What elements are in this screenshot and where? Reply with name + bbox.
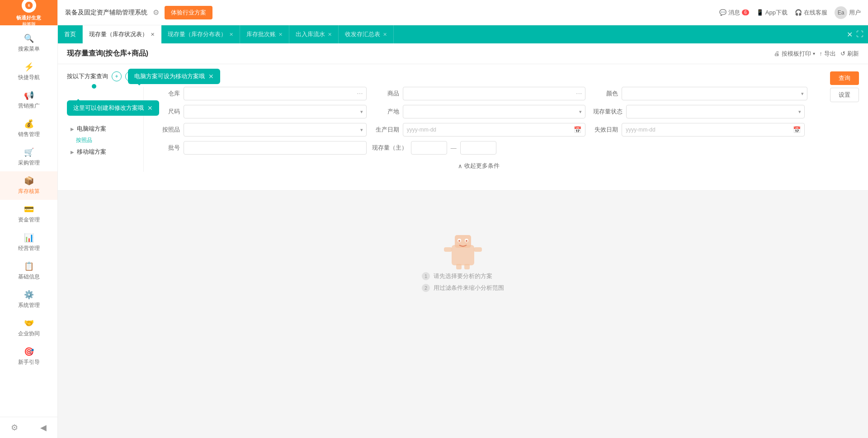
sidebar-label-guide: 新手引导 [18, 358, 40, 366]
goods-input[interactable] [403, 87, 586, 100]
header: 装备及固定资产辅助管理系统 ⚙ 体验行业方案 💬 消息 6 📱 App下载 🎧 … [58, 0, 868, 25]
expire-date-input[interactable]: yyyy-mm-dd 📅 [622, 123, 805, 137]
color-select[interactable] [622, 87, 807, 100]
size-select[interactable] [184, 105, 367, 118]
tooltip2-close[interactable]: ✕ [147, 104, 153, 112]
collapse-btn[interactable]: ∧ 收起更多条件 [153, 160, 805, 172]
scheme-item-pc[interactable]: ▶ 电脑端方案 [67, 123, 140, 135]
produce-date-input[interactable]: yyyy-mm-dd 📅 [403, 123, 586, 137]
sidebar-item-basic[interactable]: 📋 基础信息 [0, 257, 57, 285]
refresh-label: 刷新 [847, 50, 859, 58]
tab-inventory-dist-label: 现存量（库存分布表） [168, 30, 226, 38]
sidebar-label-inventory: 库存核算 [18, 188, 40, 195]
tab-batch-account[interactable]: 库存批次账 ✕ [240, 25, 289, 43]
sidebar-item-search-menu[interactable]: 🔍 搜索菜单 [0, 29, 57, 57]
sidebar-label-operation: 经营管理 [18, 245, 40, 252]
sidebar-bottom: ⚙ ◀ [0, 417, 57, 438]
support-btn[interactable]: 🎧 在线客服 [795, 9, 827, 17]
stock-status-select[interactable] [626, 105, 805, 118]
message-badge: 6 [742, 9, 749, 15]
sidebar-label-system: 系统管理 [18, 301, 40, 309]
empty-state: 1 请先选择要分析的方案 2 用过滤条件来缩小分析范围 [58, 191, 868, 328]
tab-in-out-flow[interactable]: 出入库流水 ✕ [289, 25, 339, 43]
header-left: 装备及固定资产辅助管理系统 ⚙ 体验行业方案 [65, 6, 212, 19]
template-print-btn[interactable]: 🖨 按模板打印 ▾ [774, 50, 815, 58]
tab-recv-summary-label: 收发存汇总表 [345, 30, 380, 38]
sidebar-item-sales[interactable]: 💰 销售管理 [0, 114, 57, 143]
sidebar-label-enterprise: 企业协同 [18, 330, 40, 338]
app-download-btn[interactable]: 📱 App下载 [756, 9, 788, 17]
sidebar-item-marketing[interactable]: 📢 营销推广 [0, 86, 57, 114]
export-btn[interactable]: ↑ 导出 [820, 50, 836, 58]
origin-select[interactable] [403, 105, 586, 118]
tab-inventory-status-close[interactable]: ✕ [151, 32, 155, 38]
tooltip1-close[interactable]: ✕ [208, 73, 214, 80]
search-btn[interactable]: 查询 [830, 71, 859, 85]
sidebar-item-quick-nav[interactable]: ⚡ 快捷导航 [0, 57, 57, 86]
tab-batch-account-close[interactable]: ✕ [278, 32, 283, 38]
sidebar-item-guide[interactable]: 🎯 新手引导 [0, 342, 57, 371]
goods-dots[interactable]: ··· [574, 89, 584, 98]
color-label: 颜色 [591, 89, 618, 98]
user-btn[interactable]: Ea 用户 [835, 6, 861, 19]
batchno-input[interactable] [184, 141, 367, 155]
svg-rect-8 [456, 264, 462, 269]
header-settings-icon[interactable]: ⚙ [153, 8, 159, 17]
empty-illustration [436, 227, 490, 272]
empty-tip-2: 2 用过滤条件来缩小分析范围 [422, 284, 504, 292]
filter-item-warehouse: 仓库 ··· [153, 87, 367, 100]
scheme-tooltip-1: 电脑方案可设为移动方案哦 ✕ [128, 69, 220, 84]
sidebar-item-finance[interactable]: 💳 资金管理 [0, 200, 57, 228]
plus-icon: + [115, 73, 118, 80]
page-header: 现存量查询(按仓库+商品) 🖨 按模板打印 ▾ ↑ 导出 ↺ 刷新 [58, 43, 868, 64]
empty-tip-1: 1 请先选择要分析的方案 [422, 272, 504, 280]
trial-btn[interactable]: 体验行业方案 [165, 6, 212, 19]
warehouse-input[interactable] [184, 87, 367, 100]
message-label: 消息 [728, 9, 740, 17]
tip-num-1: 1 [422, 272, 430, 280]
sidebar-label-finance: 资金管理 [18, 216, 40, 224]
refresh-btn[interactable]: ↺ 刷新 [840, 50, 859, 58]
chevron-right-icon2: ▶ [71, 150, 74, 155]
scheme-pc-sub[interactable]: 按照品 [67, 135, 140, 146]
settings-icon[interactable]: ⚙ [11, 423, 18, 433]
filter-item-category: 按照品 [153, 123, 367, 137]
inventory-icon: 📦 [24, 176, 34, 186]
warehouse-dots[interactable]: ··· [355, 89, 364, 98]
logo-title: 畅通好生意 [16, 14, 41, 21]
tab-inventory-status[interactable]: 现存量（库存状况表） ✕ [83, 25, 161, 43]
svg-rect-2 [452, 245, 474, 265]
tab-inventory-dist[interactable]: 现存量（库存分布表） ✕ [161, 25, 240, 43]
tab-fullscreen-icon[interactable]: ⛶ [856, 30, 863, 38]
add-scheme-btn[interactable]: + [112, 71, 122, 81]
sidebar-item-purchase[interactable]: 🛒 采购管理 [0, 143, 57, 171]
collapse-icon[interactable]: ◀ [40, 423, 47, 433]
tab-recv-summary-close[interactable]: ✕ [383, 32, 387, 38]
search-menu-icon: 🔍 [24, 33, 34, 43]
tab-inventory-dist-close[interactable]: ✕ [229, 32, 233, 38]
sales-icon: 💰 [24, 119, 34, 129]
main-content: 现存量查询(按仓库+商品) 🖨 按模板打印 ▾ ↑ 导出 ↺ 刷新 查询 设置 [58, 43, 868, 438]
expire-date-label: 失效日期 [591, 126, 618, 134]
filter-item-goods: 商品 ··· [372, 87, 586, 100]
tab-batch-account-label: 库存批次账 [246, 30, 276, 38]
batchno-label: 批号 [153, 144, 180, 152]
tab-in-out-flow-close[interactable]: ✕ [328, 32, 332, 38]
tab-home[interactable]: 首页 [58, 25, 83, 43]
sidebar-item-inventory[interactable]: 📦 库存核算 [0, 171, 57, 200]
stock-main-max-input[interactable] [460, 141, 496, 155]
message-btn[interactable]: 💬 消息 6 [719, 9, 749, 17]
operation-icon: 📊 [24, 233, 34, 243]
filter-title: 按以下方案查询 [67, 72, 108, 80]
tab-close-all-icon[interactable]: ✕ [847, 30, 853, 39]
sidebar-item-system[interactable]: ⚙️ 系统管理 [0, 285, 57, 314]
finance-icon: 💳 [24, 204, 34, 214]
sidebar-item-operation[interactable]: 📊 经营管理 [0, 228, 57, 257]
headset-icon: 🎧 [795, 9, 802, 16]
category-select[interactable] [184, 123, 367, 137]
sidebar-item-enterprise[interactable]: 🤝 企业协同 [0, 314, 57, 342]
tab-recv-summary[interactable]: 收发存汇总表 ✕ [339, 25, 394, 43]
avatar: Ea [835, 6, 847, 19]
scheme-item-mobile[interactable]: ▶ 移动端方案 [67, 146, 140, 158]
stock-main-min-input[interactable] [411, 141, 447, 155]
